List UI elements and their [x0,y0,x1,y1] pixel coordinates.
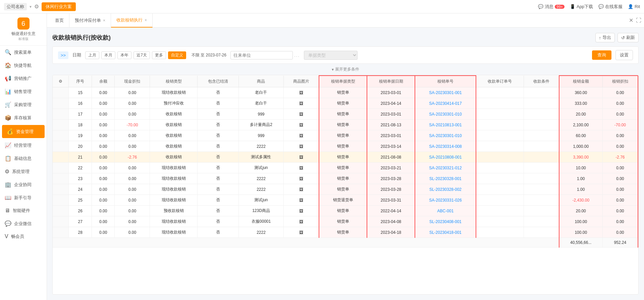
row-discount: 0.00 [602,130,638,141]
row-goods-img: 🖼 [283,163,319,173]
row-bill-no[interactable]: SA-20230301-001 [415,87,476,98]
refresh-button[interactable]: ↺ 刷新 [618,33,639,42]
filter-expand-button[interactable]: >> [58,51,68,59]
row-bill-date: 2021-08-08 [367,152,415,163]
tab-actions: ✕ ⛶ [629,17,641,24]
sidebar-item-operation[interactable]: 📈 经营管理 [0,139,47,152]
row-balance: 0.00 [92,141,114,152]
row-bill-no[interactable]: SA-20230301-010 [415,109,476,120]
row-receipt-no [476,87,524,98]
sidebar-item-purchase[interactable]: 🛒 采购管理 [0,98,47,111]
page-header: 收款核销执行(按收款) ↑ 导出 ↺ 刷新 [52,33,639,42]
row-bill-no[interactable]: ABC-001 [415,206,476,216]
export-button[interactable]: ↑ 导出 [595,33,615,42]
sidebar-item-corp[interactable]: 🏢 企业协同 [0,178,47,191]
filter-unit: ... [230,51,300,59]
date-btn-7days[interactable]: 近7天 [133,51,150,59]
expand-more: ▾ 展开更多条件 [52,67,639,72]
settings-icon[interactable]: ⚙ [34,3,39,10]
tab-home[interactable]: 首页 [50,13,69,28]
row-bill-no[interactable]: SA-20230414-017 [415,98,476,109]
tab-writeoff-close[interactable]: × [145,18,147,23]
row-bill-no[interactable]: SL-20230418-001 [415,227,476,238]
row-bill-type: 销货单 [319,173,367,184]
row-bill-no[interactable]: SL-20230328-001 [415,173,476,184]
app-icon: 📱 [570,4,575,9]
row-goods: 2222 [239,184,283,195]
row-bill-no[interactable]: SA-20210808-001 [415,152,476,163]
sidebar-item-inventory[interactable]: 📦 库存核算 [0,111,47,124]
row-bill-no[interactable]: SA-20230314-008 [415,141,476,152]
row-goods: 衣服00001 [239,216,283,227]
row-bill-no[interactable]: SL-20230328-002 [415,184,476,195]
table-row: 180.00-70.00收款核销否多计量商品2🖼销货单2021-08-13SA-… [53,120,638,130]
dropdown-arrow[interactable]: ▾ [30,4,32,9]
user-item[interactable]: 👤 Rit [628,4,640,9]
date-label: 日期 [72,52,81,58]
row-amount: -2,430.00 [559,195,602,206]
query-button[interactable]: 查询 [592,50,611,60]
row-writeoff-type: 预收款核销 [150,206,198,216]
type-select[interactable]: 单据类型 [304,51,358,60]
sidebar-item-finance[interactable]: 💰 资金管理 [2,125,45,138]
row-bill-no[interactable]: SA-20230301-010 [415,130,476,141]
row-bill-no[interactable]: SA-20210813-001 [415,120,476,130]
sidebar-item-sales[interactable]: 📊 销售管理 [0,85,47,98]
filter-bar: >> 日期 上月 本月 本年 近7天 更多 自定义 不限 至 2023-07-2… [52,46,639,64]
sidebar-item-marketing[interactable]: 📢 营销推广 [0,72,47,85]
sidebar-item-quicknav[interactable]: 🏠 快捷导航 [0,59,47,72]
setting-button[interactable]: 设置 [615,50,633,60]
date-btn-custom[interactable]: 自定义 [168,51,186,59]
row-amount: 100.00 [559,227,602,238]
row-bill-no[interactable]: SA-20230331-026 [415,195,476,206]
row-bill-no[interactable]: SA-20230321-012 [415,163,476,173]
top-bar-left: 公司名称 ▾ ⚙ 休闲行业方案 [4,2,76,11]
industry-button[interactable]: 休闲行业方案 [42,2,76,11]
tab-close-all-button[interactable]: ✕ [629,17,633,24]
row-bill-date: 2023-03-01 [367,130,415,141]
tab-prepay-close[interactable]: × [103,18,105,23]
date-btn-lastmonth[interactable]: 上月 [85,51,99,59]
row-goods: 2222 [239,227,283,238]
date-btn-thismonth[interactable]: 本月 [101,51,115,59]
row-goods-img: 🖼 [283,195,319,206]
row-seq: 21 [69,152,92,163]
row-bill-no[interactable]: SL-20230408-001 [415,216,476,227]
row-discount: 0.00 [602,173,638,184]
tab-writeoff[interactable]: 收款核销执行 × [111,13,153,28]
expand-more-button[interactable]: ▾ 展开更多条件 [332,67,359,72]
tab-expand-button[interactable]: ⛶ [636,17,641,24]
row-balance: 0.00 [92,130,114,141]
sidebar: 6 畅捷通好生意 标准版 🔍 搜索菜单 🏠 快捷导航 📢 营销推广 📊 销售管理… [0,13,47,300]
sidebar-item-search[interactable]: 🔍 搜索菜单 [0,46,47,59]
app-download-item[interactable]: 📱 App下载 [570,4,593,10]
sidebar-item-guide[interactable]: 📖 新手引导 [0,191,47,204]
date-btn-more[interactable]: 更多 [152,51,166,59]
row-receipt-no [476,130,524,141]
sidebar-item-system[interactable]: ⚙ 系统管理 [0,165,47,178]
row-included: 否 [197,98,238,109]
messages-item[interactable]: 💬 消息 99+ [538,4,565,10]
date-btn-thisyear[interactable]: 本年 [117,51,131,59]
row-balance: 0.00 [92,87,114,98]
row-goods-img: 🖼 [283,109,319,120]
row-amount: 360.00 [559,87,602,98]
sidebar-item-wechat[interactable]: 💬 企业微信 [0,217,47,230]
row-seq: 18 [69,120,92,130]
sidebar-item-basicinfo[interactable]: 📋 基础信息 [0,152,47,165]
row-amount: 100.00 [559,216,602,227]
col-gear[interactable]: ⚙ [53,76,69,87]
row-amount: 1.00 [559,184,602,195]
sidebar-item-vip[interactable]: V 畅会员 [0,230,47,243]
row-writeoff-type: 现结收款核销 [150,87,198,98]
tab-prepay[interactable]: 预付冲应付单 × [69,13,111,28]
row-included: 否 [197,227,238,238]
row-receipt-cond [524,163,559,173]
unit-input[interactable] [230,51,293,59]
row-seq: 19 [69,130,92,141]
online-service-item[interactable]: 💬 在线客服 [598,4,623,10]
table-row: 150.000.00现结收款核销否老白干🖼销货单2023-03-01SA-202… [53,87,638,98]
sidebar-item-hardware[interactable]: 🖥 智能硬件 [0,204,47,217]
row-cash-discount: 0.00 [115,130,150,141]
row-discount: -70.00 [602,120,638,130]
